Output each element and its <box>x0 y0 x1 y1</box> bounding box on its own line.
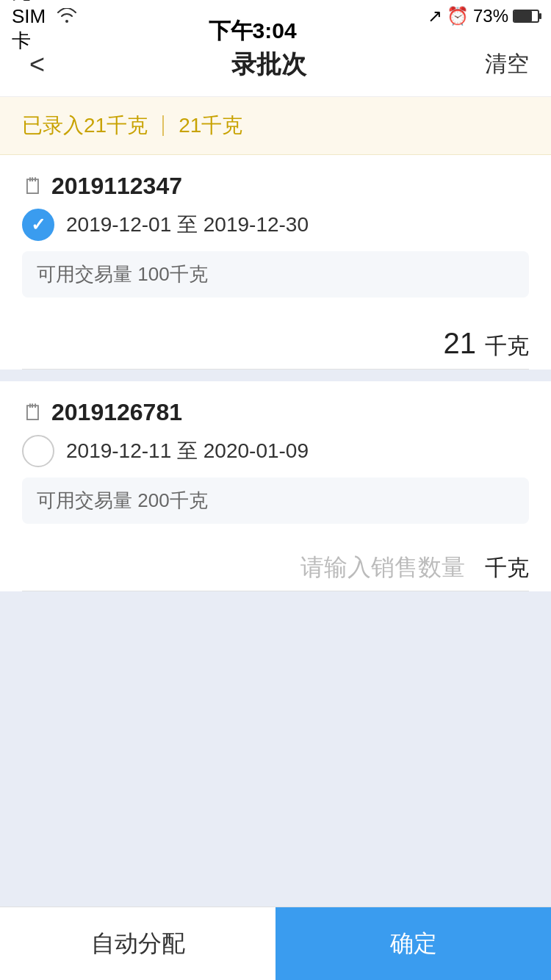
info-value: 21千克 <box>179 112 242 140</box>
avail-label-1: 可用交易量 100千克 <box>37 263 208 285</box>
date-range-1: 2019-12-01 至 2019-12-30 <box>66 211 309 239</box>
battery-icon <box>513 10 539 23</box>
radio-1[interactable] <box>22 209 54 241</box>
avail-box-1: 可用交易量 100千克 <box>22 251 529 298</box>
bottom-bar: 自动分配 确定 <box>0 907 551 980</box>
recorded-amount-label: 已录入21千克 <box>22 112 148 140</box>
batch-id-row-2: 🗒 2019126781 <box>22 399 529 426</box>
wifi-icon <box>57 5 77 28</box>
doc-icon-2: 🗒 <box>22 400 44 425</box>
status-bar: 无SIM卡 下午3:04 ↗ ⏰ 73% <box>0 0 551 32</box>
date-row-1[interactable]: 2019-12-01 至 2019-12-30 <box>22 209 529 241</box>
back-button[interactable]: < <box>22 42 52 87</box>
batch-id-2: 2019126781 <box>51 399 182 426</box>
location-icon: ↗ <box>428 6 442 26</box>
info-banner: 已录入21千克 21千克 <box>0 97 551 155</box>
batch-card-1: 🗒 2019112347 2019-12-01 至 2019-12-30 可用交… <box>0 155 551 370</box>
date-row-2[interactable]: 2019-12-11 至 2020-01-09 <box>22 435 529 467</box>
input-row-2: 千克 <box>0 538 551 591</box>
battery-label: 73% <box>473 6 508 26</box>
content-area: 🗒 2019112347 2019-12-01 至 2019-12-30 可用交… <box>0 155 551 980</box>
section-separator <box>0 370 551 381</box>
avail-label-2: 可用交易量 200千克 <box>37 489 208 511</box>
radio-2[interactable] <box>22 435 54 467</box>
batch-card-2: 🗒 2019126781 2019-12-11 至 2020-01-09 可用交… <box>0 381 551 591</box>
confirm-button[interactable]: 确定 <box>276 907 551 980</box>
amount-unit-1: 千克 <box>485 331 529 361</box>
amount-row-1: 21 千克 <box>0 312 551 369</box>
auto-distribute-button[interactable]: 自动分配 <box>0 907 276 980</box>
empty-area <box>0 591 551 915</box>
alarm-icon: ⏰ <box>447 6 469 26</box>
avail-box-2: 可用交易量 200千克 <box>22 478 529 524</box>
batch-id-1: 2019112347 <box>51 173 182 200</box>
info-divider <box>162 115 164 136</box>
doc-icon-1: 🗒 <box>22 174 44 199</box>
status-right: ↗ ⏰ 73% <box>428 6 539 26</box>
batch-id-row-1: 🗒 2019112347 <box>22 173 529 200</box>
quantity-input-2[interactable] <box>22 554 476 581</box>
date-range-2: 2019-12-11 至 2020-01-09 <box>66 437 309 465</box>
clear-button[interactable]: 清空 <box>485 49 529 79</box>
input-unit-2: 千克 <box>485 553 529 583</box>
page-title: 录批次 <box>231 48 306 82</box>
status-time: 下午3:04 <box>209 16 297 46</box>
amount-value-1: 21 <box>444 327 477 360</box>
